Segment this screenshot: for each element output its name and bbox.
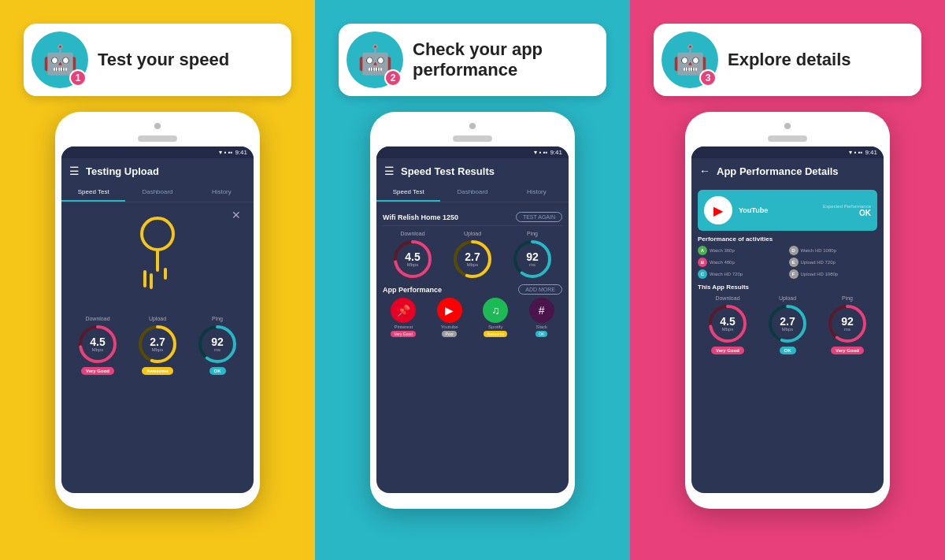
tab-bar-2: Speed Test Dashboard History bbox=[376, 184, 569, 202]
activities-grid: A Watch 360p D Watch HD 1080p B Watch 48… bbox=[698, 246, 877, 279]
app-icons-row: 📌 Pinterest Very Good ▶ Youtube Poor ♫ S… bbox=[383, 298, 562, 337]
wifi-name: Wifi Relish Home 1250 bbox=[383, 213, 458, 221]
phone-camera-1 bbox=[154, 123, 161, 129]
phone-camera-2 bbox=[469, 123, 476, 129]
tab-history-1[interactable]: History bbox=[190, 184, 254, 202]
screen-content-1: ✕ Download bbox=[61, 202, 254, 381]
step-badge-3: 3 bbox=[699, 69, 717, 87]
drip-animation bbox=[134, 217, 181, 303]
screen-title-2: Speed Test Results bbox=[401, 165, 495, 177]
phone-notch-3 bbox=[768, 135, 807, 142]
menu-icon-1: ☰ bbox=[69, 165, 80, 177]
yt-perf: Expected Performance OK bbox=[823, 204, 871, 217]
panel-performance: 🤖 2 Check your app performance ▾ ▪ ▪▪ 9:… bbox=[315, 0, 630, 560]
gauge-upload-1: Upload 2.7 Mbps Awesome bbox=[137, 316, 178, 375]
phone-performance: ▾ ▪ ▪▪ 9:41 ☰ Speed Test Results Speed T… bbox=[370, 112, 575, 509]
callout-details: 🤖 3 Explore details bbox=[654, 24, 921, 96]
results-title: This App Results bbox=[698, 284, 877, 291]
panel-speed: 🤖 1 Test your speed ▾ ▪ ▪▪ 9:41 ☰ Testin… bbox=[0, 0, 315, 560]
screen-content-3: ▶ YouTube Expected Performance OK Perfor… bbox=[691, 184, 884, 361]
gauge-upload-3: Upload 2.7 Mbps OK bbox=[767, 295, 808, 354]
app-perf-label: App Performance bbox=[383, 286, 442, 294]
app-icon-pinterest: 📌 Pinterest Very Good bbox=[391, 298, 416, 337]
drip-line-1 bbox=[156, 248, 159, 272]
drip-circle bbox=[140, 217, 175, 251]
gauges-row-2: Download 4.5 Mbps bbox=[383, 231, 562, 280]
drip-line-3 bbox=[164, 268, 167, 280]
tab-dashboard-1[interactable]: Dashboard bbox=[125, 184, 189, 202]
callout-text-details: Explore details bbox=[728, 50, 851, 70]
screen-content-2: Wifi Relish Home 1250 TEST AGAIN Downloa… bbox=[376, 202, 569, 343]
activity-1080p: D Watch HD 1080p bbox=[789, 246, 878, 255]
callout-speed: 🤖 1 Test your speed bbox=[24, 24, 291, 96]
activity-360p: A Watch 360p bbox=[698, 246, 787, 255]
tab-dashboard-2[interactable]: Dashboard bbox=[440, 184, 504, 202]
phone-details: ▾ ▪ ▪▪ 9:41 ← App Performance Details ▶ … bbox=[685, 112, 890, 509]
gauges-row-3: Download 4.5 Mbps Very Good bbox=[698, 295, 877, 354]
tab-speedtest-1[interactable]: Speed Test bbox=[61, 184, 125, 202]
status-bar-1: ▾ ▪ ▪▪ 9:41 bbox=[61, 146, 254, 158]
avatar-details: 🤖 3 bbox=[662, 32, 718, 88]
wifi-row: Wifi Relish Home 1250 TEST AGAIN bbox=[383, 209, 562, 226]
activity-upload-720p: E Upload HD 720p bbox=[789, 258, 878, 267]
gauge-circle-ping-1: 92 ms bbox=[197, 324, 238, 365]
gauge-circle-dl-1: 4.5 Mbps bbox=[77, 324, 118, 365]
perf-row: App Performance ADD MORE bbox=[383, 284, 562, 295]
activity-upload-1080p: F Upload HD 1080p bbox=[789, 269, 878, 279]
app-header-3: ← App Performance Details bbox=[691, 158, 884, 184]
phone-screen-details: ▾ ▪ ▪▪ 9:41 ← App Performance Details ▶ … bbox=[691, 146, 884, 493]
callout-text-performance: Check your app performance bbox=[413, 39, 591, 81]
step-badge-2: 2 bbox=[384, 69, 402, 87]
app-icon-youtube: ▶ Youtube Poor bbox=[437, 298, 462, 337]
activities-section: Performance of activities A Watch 360p D… bbox=[698, 235, 877, 279]
activity-480p: B Watch 480p bbox=[698, 258, 787, 267]
screen-title-1: Testing Upload bbox=[86, 165, 159, 177]
app-icon-slack: # Slack OK bbox=[529, 298, 554, 337]
app-icon-spotify: ♫ Spotify Awesome bbox=[483, 298, 508, 337]
phone-screen-performance: ▾ ▪ ▪▪ 9:41 ☰ Speed Test Results Speed T… bbox=[376, 146, 569, 493]
activities-title: Performance of activities bbox=[698, 235, 877, 243]
drip-line-4 bbox=[143, 270, 146, 287]
testing-area: ✕ bbox=[68, 209, 247, 311]
menu-icon-2: ☰ bbox=[384, 165, 395, 177]
phone-notch-2 bbox=[453, 135, 492, 142]
gauge-download-1: Download 4.5 Mbps Very Good bbox=[77, 316, 118, 375]
callout-performance: 🤖 2 Check your app performance bbox=[339, 24, 606, 96]
tab-speedtest-2[interactable]: Speed Test bbox=[376, 184, 440, 202]
test-again-btn[interactable]: TEST AGAIN bbox=[516, 212, 562, 222]
app-header-2: ☰ Speed Test Results bbox=[376, 158, 569, 184]
status-bar-3: ▾ ▪ ▪▪ 9:41 bbox=[691, 146, 884, 158]
tab-bar-1: Speed Test Dashboard History bbox=[61, 184, 254, 202]
gauge-ping-3: Ping 92 ms Very Good bbox=[827, 295, 868, 354]
panel-details: 🤖 3 Explore details ▾ ▪ ▪▪ 9:41 ← App Pe… bbox=[630, 0, 945, 560]
gauge-ping-2: Ping 92 ms bbox=[512, 231, 553, 280]
gauge-download-3: Download 4.5 Mbps Very Good bbox=[707, 295, 748, 354]
activity-720p: C Watch HD 720p bbox=[698, 269, 787, 279]
phone-screen-speed: ▾ ▪ ▪▪ 9:41 ☰ Testing Upload Speed Test … bbox=[61, 146, 254, 493]
status-bar-2: ▾ ▪ ▪▪ 9:41 bbox=[376, 146, 569, 158]
gauge-download-2: Download 4.5 Mbps bbox=[392, 231, 433, 280]
yt-header: ▶ YouTube Expected Performance OK bbox=[698, 190, 877, 231]
close-btn[interactable]: ✕ bbox=[232, 209, 241, 221]
phone-notch-1 bbox=[138, 135, 177, 142]
phone-speed: ▾ ▪ ▪▪ 9:41 ☰ Testing Upload Speed Test … bbox=[55, 112, 260, 509]
gauge-ping-1: Ping 92 ms OK bbox=[197, 316, 238, 375]
yt-icon: ▶ bbox=[704, 196, 732, 224]
add-more-btn[interactable]: ADD MORE bbox=[518, 284, 562, 295]
app-header-1: ☰ Testing Upload bbox=[61, 158, 254, 184]
avatar-performance: 🤖 2 bbox=[346, 32, 403, 88]
callout-text-speed: Test your speed bbox=[98, 50, 229, 70]
gauges-row-1: Download 4.5 Mbps Very Good bbox=[68, 316, 247, 375]
gauge-circle-ul-1: 2.7 Mbps bbox=[137, 324, 178, 365]
screen-title-3: App Performance Details bbox=[717, 165, 839, 177]
phone-camera-3 bbox=[784, 123, 791, 129]
back-icon[interactable]: ← bbox=[699, 165, 710, 177]
avatar-speed: 🤖 1 bbox=[32, 32, 88, 88]
step-badge-1: 1 bbox=[69, 69, 87, 87]
gauge-upload-2: Upload 2.7 Mbps bbox=[452, 231, 493, 280]
tab-history-2[interactable]: History bbox=[505, 184, 569, 202]
drip-line-2 bbox=[150, 273, 153, 289]
yt-label: YouTube bbox=[739, 206, 768, 214]
